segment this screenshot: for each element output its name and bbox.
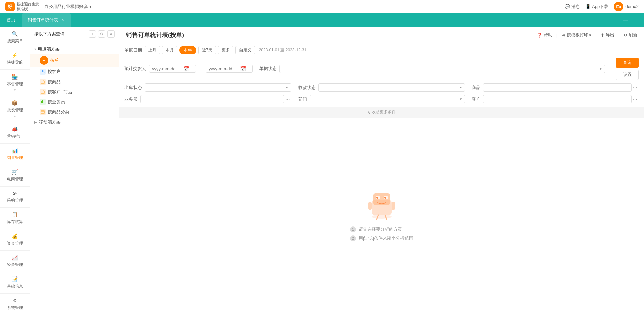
mobile-group-header[interactable]: ▶ 移动端方案	[30, 117, 119, 127]
calendar-from-icon[interactable]: 📅	[183, 66, 189, 71]
svg-rect-6	[44, 102, 44, 103]
collapse-label: 收起更多条件	[372, 109, 396, 115]
sidebar-item-system[interactable]: ⚙ 系统管理	[0, 294, 30, 310]
desktop-group-header[interactable]: ▾ 电脑端方案	[30, 44, 119, 54]
tab-minimize-btn[interactable]: —	[621, 16, 629, 24]
sidebar-item-ecommerce[interactable]: 🛒 电商管理	[0, 165, 30, 187]
svg-rect-5	[42, 100, 43, 103]
sidebar-item-inventory[interactable]: 📋 库存核算	[0, 208, 30, 229]
workspace-arrow-icon: ▾	[89, 4, 92, 9]
customer-input-wrapper: ···	[483, 95, 639, 103]
add-icon: +	[91, 32, 93, 36]
sidebar-item-marketing[interactable]: 📣 营销推广	[0, 122, 30, 144]
by-salesperson-icon	[40, 99, 46, 105]
export-action[interactable]: ⬆ 导出	[601, 32, 614, 38]
scheme-item-by-product[interactable]: 按商品	[30, 77, 119, 87]
svg-point-10	[372, 215, 392, 219]
tab-bar: 首页 销售订单统计表 × —	[0, 13, 644, 27]
workspace-selector[interactable]: 办公用品行业模拟账套 ▾	[42, 3, 94, 10]
delivery-date-to[interactable]: 📅	[206, 65, 253, 73]
date-btn-last-month[interactable]: 上月	[145, 46, 160, 54]
logo-area: 好 畅捷通好生意 标准版	[5, 2, 39, 11]
mobile-group-label: 移动端方案	[39, 119, 61, 125]
sidebar-item-wholesale[interactable]: 📦 批发管理 ▲	[0, 96, 30, 122]
app-download-action[interactable]: 📱 App下载	[585, 4, 608, 10]
salesperson-input[interactable]	[140, 95, 284, 103]
date-btn-this-month[interactable]: 本月	[162, 46, 177, 54]
delivery-status-select[interactable]	[145, 83, 291, 92]
logo-text: 畅捷通好生意 标准版	[17, 2, 39, 11]
payment-status-select[interactable]	[318, 83, 465, 92]
user-info[interactable]: Ea demo2	[614, 2, 639, 11]
sidebar-item-purchase[interactable]: 🛍 采购管理	[0, 187, 30, 208]
date-btn-more[interactable]: 更多	[218, 46, 233, 54]
refresh-action[interactable]: ↻ 刷新	[624, 32, 637, 38]
product-input[interactable]	[483, 83, 631, 92]
export-icon: ⬆	[601, 33, 604, 38]
customer-more-btn[interactable]: ···	[632, 96, 639, 102]
sidebar-item-basic-info[interactable]: 📝 基础信息	[0, 272, 30, 294]
sidebar-item-finance[interactable]: 💰 资金管理	[0, 229, 30, 251]
top-bar-left: 好 畅捷通好生意 标准版 办公用品行业模拟账套 ▾	[5, 2, 94, 11]
customer-input[interactable]	[483, 95, 631, 103]
desktop-scheme-group: ▾ 电脑端方案 ● 按单 按客户	[30, 44, 119, 117]
delivery-to-input[interactable]	[209, 66, 239, 71]
scheme-item-by-order[interactable]: ● 按单	[30, 54, 119, 67]
calendar-to-icon[interactable]: 📅	[240, 66, 246, 71]
tab-maximize-btn[interactable]	[632, 16, 640, 24]
empty-state: 1 请先选择要分析的方案 2 用[过滤]条件来缩小分析范围	[119, 118, 644, 310]
scheme-item-by-customer-product[interactable]: 按客户+商品	[30, 87, 119, 97]
finance-icon: 💰	[12, 233, 18, 239]
tab-active[interactable]: 销售订单统计表 ×	[22, 13, 71, 27]
delivery-date-from[interactable]: 📅	[149, 65, 196, 73]
date-btn-last-7-days[interactable]: 近7天	[198, 46, 216, 54]
scheme-item-by-customer[interactable]: 按客户	[30, 67, 119, 77]
left-panel-header: 按以下方案查询 + ⚙ «	[30, 27, 119, 41]
by-category-icon	[40, 109, 46, 115]
delivery-from-input[interactable]	[152, 66, 182, 71]
top-bar-right: 💬 消息 📱 App下载 Ea demo2	[565, 2, 639, 11]
by-product-icon	[40, 79, 46, 85]
user-name: demo2	[625, 4, 639, 9]
divider3: |	[619, 33, 620, 38]
retail-icon: 🏪	[12, 74, 18, 80]
product-more-btn[interactable]: ···	[632, 85, 639, 91]
salesperson-more-btn[interactable]: ···	[284, 96, 291, 102]
by-customer-product-icon	[40, 89, 46, 95]
sidebar-item-operation[interactable]: 📈 经营管理	[0, 251, 30, 272]
print-action[interactable]: 🖨 按模板打印 ▾	[561, 32, 591, 38]
svg-rect-2	[41, 81, 44, 84]
sidebar-item-search[interactable]: 🔍 搜索菜单	[0, 27, 30, 48]
add-scheme-btn[interactable]: +	[89, 30, 96, 38]
divider2: |	[595, 33, 596, 38]
settings-scheme-btn[interactable]: ⚙	[98, 30, 105, 38]
scheme-item-by-salesperson[interactable]: 按业务员	[30, 97, 119, 107]
message-action[interactable]: 💬 消息	[565, 4, 580, 10]
sidebar-item-retail[interactable]: 🏪 零售管理 ▼	[0, 70, 30, 96]
collapse-panel-btn[interactable]: «	[107, 30, 115, 38]
collapse-bar[interactable]: ∧ 收起更多条件	[119, 107, 644, 118]
message-icon: 💬	[565, 4, 570, 9]
sales-icon: 📊	[12, 148, 18, 154]
scheme-item-by-category[interactable]: 按商品分类	[30, 107, 119, 117]
order-status-select[interactable]	[279, 65, 605, 73]
sidebar-item-sales[interactable]: 📊 销售管理	[0, 144, 30, 165]
tab-home[interactable]: 首页	[0, 13, 22, 27]
sidebar-item-quick-nav[interactable]: ⚡ 快捷导航	[0, 48, 30, 70]
help-action[interactable]: ❓ 帮助	[537, 32, 552, 38]
empty-illustration	[362, 187, 402, 221]
tab-close-icon[interactable]: ×	[60, 17, 65, 23]
order-status-select-wrapper: ▼	[279, 65, 605, 73]
date-btn-custom[interactable]: 自定义	[235, 46, 255, 54]
date-btn-this-year[interactable]: 本年	[179, 46, 196, 54]
logo-icon: 好	[5, 2, 15, 11]
order-status-label: 单据状态	[259, 66, 277, 72]
page-title: 销售订单统计表(按单)	[126, 31, 184, 39]
purchase-icon: 🛍	[12, 191, 17, 196]
query-button[interactable]: 查询	[616, 58, 639, 68]
mobile-group-arrow-icon: ▶	[34, 120, 37, 124]
settings-button[interactable]: 设置	[616, 70, 639, 80]
left-panel: 按以下方案查询 + ⚙ « ▾ 电脑端方案	[30, 27, 119, 310]
basic-info-icon: 📝	[12, 276, 18, 282]
dept-select[interactable]	[310, 95, 465, 103]
